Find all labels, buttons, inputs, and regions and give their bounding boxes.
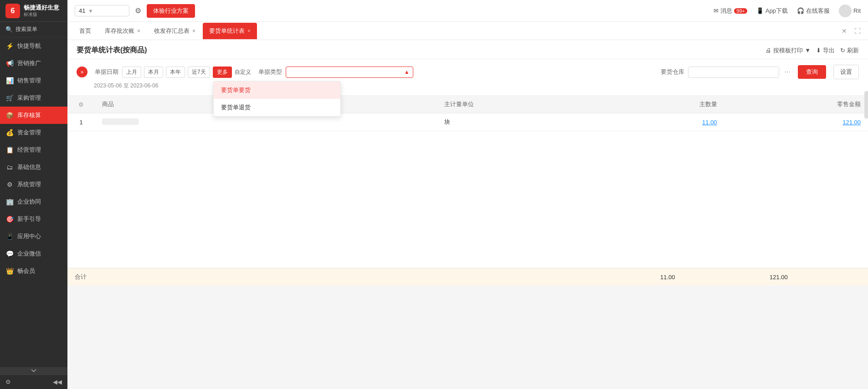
sidebar-item-label: 快捷导航: [17, 42, 41, 50]
print-btn[interactable]: 🖨 按模板打印 ▼: [765, 46, 811, 55]
sidebar-item-corp[interactable]: 🏢 企业协同: [0, 193, 67, 210]
sidebar-item-operation[interactable]: 📋 经营管理: [0, 141, 67, 159]
settings-btn[interactable]: 设置: [833, 65, 859, 79]
user-avatar-area[interactable]: Rit: [839, 5, 861, 17]
headset-icon: 🎧: [797, 7, 804, 14]
cell-seq: 1: [67, 113, 95, 131]
sidebar-item-guide[interactable]: 🎯 新手引导: [0, 210, 67, 228]
sidebar-item-label: 企业协同: [17, 198, 41, 206]
quantity-link[interactable]: 11.00: [702, 119, 717, 126]
date-btn-more[interactable]: 更多: [213, 67, 232, 78]
sidebar-item-basic[interactable]: 🗂 基础信息: [0, 159, 67, 176]
footer-amount: 121.00: [770, 274, 824, 281]
tab-order-stats-label: 要货单统计表: [209, 27, 245, 35]
app-center-icon: 📱: [5, 233, 14, 240]
amount-link[interactable]: 121.00: [842, 119, 861, 126]
sidebar-logo: 6 畅捷通好生意 标准版: [0, 0, 67, 22]
tab-inventory-batch[interactable]: 库存批次账 ×: [98, 23, 147, 39]
org-selector[interactable]: 41 ▼: [75, 5, 129, 16]
sidebar-item-finance[interactable]: 💰 资金管理: [0, 124, 67, 141]
messages-btn[interactable]: ✉ 消息 99+: [714, 7, 747, 15]
refresh-btn[interactable]: ↻ 刷新: [840, 46, 859, 55]
topbar-left: 41 ▼ ⚙ 体验行业方案: [75, 4, 195, 18]
sidebar-item-inventory[interactable]: 📦 库存核算: [0, 107, 67, 124]
sidebar-item-wechat[interactable]: 💬 企业微信: [0, 245, 67, 262]
org-value: 41: [79, 7, 85, 14]
th-product-label: 商品: [102, 101, 114, 107]
th-quantity: 主数量: [603, 96, 724, 113]
close-order-stats-icon[interactable]: ×: [247, 28, 251, 34]
tabbar: 首页 库存批次账 × 收发存汇总表 × 要货单统计表 × ✕ ⛶: [67, 22, 868, 40]
filter-toggle-btn[interactable]: »: [77, 67, 87, 77]
sidebar-item-app-center[interactable]: 📱 应用中心: [0, 228, 67, 245]
export-btn[interactable]: ⬇ 导出: [816, 46, 835, 55]
tab-close-all-icon[interactable]: ✕: [840, 26, 849, 36]
sidebar-settings-btn[interactable]: ⚙: [5, 379, 11, 385]
purchase-icon: 🛒: [5, 94, 14, 102]
cell-unit: 块: [437, 113, 603, 131]
sidebar-item-label: 经营管理: [17, 146, 41, 154]
cell-amount: 121.00: [724, 113, 868, 131]
app-logo-icon: 6: [5, 4, 20, 18]
footer-quantity: 11.00: [660, 274, 715, 281]
sidebar-item-purchase[interactable]: 🛒 采购管理: [0, 89, 67, 107]
type-label: 单据类型: [258, 68, 282, 76]
sidebar-collapse-btn[interactable]: ◀◀: [53, 379, 62, 385]
type-arrow-up-icon[interactable]: ▲: [404, 69, 410, 75]
print-label: 按模板打印: [773, 46, 803, 55]
app-download-label: App下载: [765, 7, 788, 15]
dropdown-item-order-goods[interactable]: 要货单要货: [214, 82, 340, 99]
date-range-text: 2023-05-06 至 2023-06-06: [94, 82, 158, 89]
tab-expand-icon[interactable]: ⛶: [853, 26, 863, 36]
sidebar-item-system[interactable]: ⚙ 系统管理: [0, 176, 67, 193]
tab-receive-summary[interactable]: 收发存汇总表 ×: [148, 23, 202, 39]
type-input[interactable]: [286, 67, 413, 78]
date-btn-7days[interactable]: 近7天: [188, 67, 210, 78]
online-service-btn[interactable]: 🎧 在线客服: [797, 7, 830, 15]
industry-btn[interactable]: 体验行业方案: [147, 4, 195, 18]
basic-icon: 🗂: [5, 164, 14, 171]
date-btn-this-year[interactable]: 本年: [166, 67, 185, 78]
tabbar-right-controls: ✕ ⛶: [840, 26, 863, 36]
marketing-icon: 📢: [5, 60, 14, 67]
messages-label: 消息: [720, 7, 732, 15]
sidebar-item-label: 基础信息: [17, 163, 41, 171]
sidebar-item-member[interactable]: 👑 畅会员: [0, 262, 67, 280]
topbar-right: ✉ 消息 99+ 📱 App下载 🎧 在线客服 Rit: [714, 5, 861, 17]
table-settings-icon[interactable]: ⚙: [67, 96, 95, 113]
dropdown-item-order-return[interactable]: 要货单退货: [214, 99, 340, 116]
query-btn[interactable]: 查询: [798, 65, 826, 79]
tab-home-label: 首页: [79, 27, 91, 35]
warehouse-label: 要货仓库: [661, 68, 684, 76]
filter-area: » 单据日期 上月 本月 本年 近7天 更多 自定义 单据类型: [67, 59, 868, 96]
tab-order-stats[interactable]: 要货单统计表 ×: [203, 23, 257, 39]
date-btn-prev-month[interactable]: 上月: [122, 67, 141, 78]
tab-inventory-batch-label: 库存批次账: [105, 27, 134, 35]
close-inventory-batch-icon[interactable]: ×: [137, 28, 140, 34]
content-area: 要货单统计表(按商品) 🖨 按模板打印 ▼ ⬇ 导出 ↻ 刷新: [67, 40, 868, 389]
footer-total-label: 合计: [75, 273, 87, 280]
tab-receive-summary-label: 收发存汇总表: [154, 27, 190, 35]
date-btn-this-month[interactable]: 本月: [144, 67, 163, 78]
table-row: 1 块 11.00 121.00: [67, 113, 868, 131]
app-download-btn[interactable]: 📱 App下载: [756, 7, 788, 15]
sidebar-item-sales[interactable]: 📊 销售管理: [0, 72, 67, 89]
sidebar-search[interactable]: 🔍 搜索菜单: [0, 22, 67, 37]
sidebar-item-quick-nav[interactable]: ⚡ 快捷导航: [0, 37, 67, 55]
sidebar-item-marketing[interactable]: 📢 营销推广: [0, 55, 67, 72]
topbar-settings-icon[interactable]: ⚙: [135, 6, 141, 15]
page-header-actions: 🖨 按模板打印 ▼ ⬇ 导出 ↻ 刷新: [765, 46, 859, 55]
filter-more-icon[interactable]: ···: [785, 68, 791, 76]
wechat-icon: 💬: [5, 250, 14, 257]
date-custom-btn[interactable]: 自定义: [235, 68, 251, 76]
finance-icon: 💰: [5, 129, 14, 136]
guide-icon: 🎯: [5, 215, 14, 223]
resize-handle[interactable]: [864, 91, 868, 118]
close-receive-summary-icon[interactable]: ×: [192, 28, 195, 34]
sidebar: 6 畅捷通好生意 标准版 🔍 搜索菜单 ⚡ 快捷导航 📢 营销推广 📊 销售管理…: [0, 0, 67, 389]
tab-home[interactable]: 首页: [73, 23, 98, 39]
corp-icon: 🏢: [5, 198, 14, 205]
warehouse-input[interactable]: [688, 67, 779, 78]
avatar: [839, 5, 852, 17]
sidebar-scroll-down[interactable]: [0, 367, 67, 374]
